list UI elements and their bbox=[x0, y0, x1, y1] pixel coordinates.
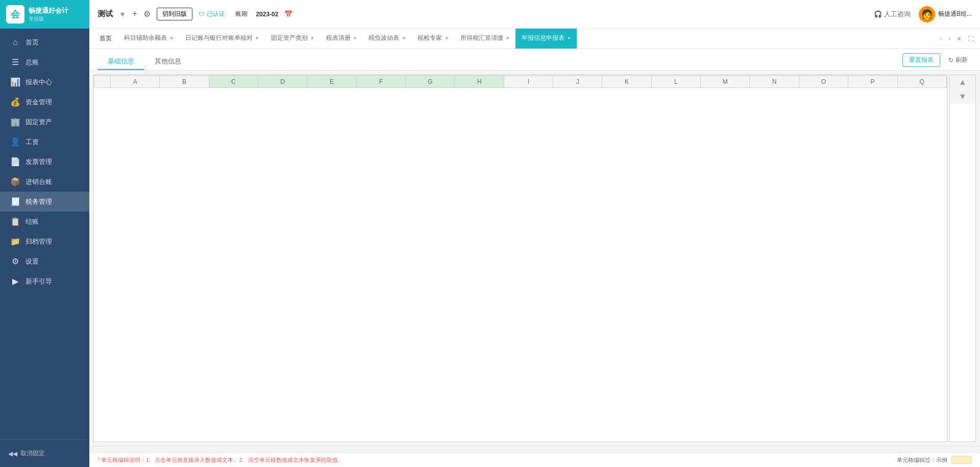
logo-icon: 会 bbox=[6, 5, 24, 24]
settings-icon[interactable]: ⚙ bbox=[143, 9, 151, 19]
archive-icon: 📁 bbox=[10, 237, 20, 246]
user-name: 畅捷通B组... bbox=[938, 10, 972, 18]
col-header-N: N bbox=[750, 76, 799, 88]
sidebar-item-home[interactable]: ⌂首页 bbox=[0, 33, 89, 52]
page-content: 基础信息其他信息 重置报表 ↻ 刷新 ABCDEFGHIJKLMNOPQ bbox=[89, 49, 980, 467]
add-tab-button[interactable]: + bbox=[132, 9, 138, 19]
col-header-O: O bbox=[799, 76, 848, 88]
col-header-G: G bbox=[406, 76, 455, 88]
year-nav-up[interactable]: ▲ bbox=[950, 75, 975, 89]
payroll-icon: 👤 bbox=[10, 137, 20, 147]
headset-icon: 🎧 bbox=[874, 10, 882, 18]
spreadsheet-footer: * 单元格编辑说明：1、点击单元格直接录入数值或文本。2、清空单元格数值或文本恢… bbox=[89, 452, 980, 467]
tab-nav-prev[interactable]: ‹ bbox=[938, 35, 944, 42]
footer-right: 单元格编辑过：示例 bbox=[897, 456, 972, 464]
logo-text: 畅捷通好会计 专业版 bbox=[29, 6, 68, 22]
verified-badge: 🛡 已认证 bbox=[199, 10, 225, 18]
tab-bar: 首页 科目辅助余额表×日记账与银行对账单核对×固定资产类别×税表清册×税负波动表… bbox=[89, 29, 980, 49]
sidebar-nav: ⌂首页☰总账📊报表中心💰资金管理🏢固定资产👤工资📄发票管理📦进销台账🧾税务管理📋… bbox=[0, 29, 89, 439]
invoice-icon: 📄 bbox=[10, 157, 20, 167]
col-header-A: A bbox=[111, 76, 160, 88]
tab-close-tax-expert[interactable]: × bbox=[445, 35, 448, 41]
user-area[interactable]: 🧑 畅捷通B组... bbox=[919, 6, 972, 22]
sub-tab-other[interactable]: 其他信息 bbox=[144, 54, 191, 70]
tab-close-tax-return[interactable]: × bbox=[354, 35, 357, 41]
settings-icon: ⚙ bbox=[10, 256, 20, 266]
tab-tax-return[interactable]: 税表清册× bbox=[320, 29, 363, 49]
col-header-M: M bbox=[701, 76, 750, 88]
refresh-button[interactable]: ↻ 刷新 bbox=[944, 54, 972, 66]
calendar-icon[interactable]: 📅 bbox=[284, 10, 292, 18]
sub-tab-actions: 重置报表 ↻ 刷新 bbox=[902, 53, 972, 70]
tab-close-tax-wave[interactable]: × bbox=[402, 35, 405, 41]
year-sidebar: ▲ ▼ bbox=[949, 75, 976, 442]
top-bar: 测试 ▼ + ⚙ 切到旧版 🛡 已认证 账期 2023-02 📅 🎧 人工咨询 … bbox=[89, 0, 980, 29]
col-header-C: C bbox=[209, 76, 258, 88]
sub-tabs: 基础信息其他信息 重置报表 ↻ 刷新 bbox=[89, 49, 980, 71]
sidebar-item-general-ledger[interactable]: ☰总账 bbox=[0, 52, 89, 72]
example-label: 单元格编辑过：示例 bbox=[897, 456, 947, 464]
col-header- bbox=[94, 76, 111, 88]
sidebar-item-reports[interactable]: 📊报表中心 bbox=[0, 72, 89, 92]
sidebar-item-settings[interactable]: ⚙设置 bbox=[0, 251, 89, 271]
cancel-fixed-button[interactable]: ◀◀ 取消固定 bbox=[0, 445, 89, 462]
col-header-B: B bbox=[160, 76, 209, 88]
pin-icon: ◀◀ bbox=[8, 450, 17, 457]
col-header-E: E bbox=[307, 76, 356, 88]
fixed-assets-icon: 🏢 bbox=[10, 117, 20, 127]
tab-nav-next[interactable]: › bbox=[946, 35, 952, 42]
sidebar-item-funds[interactable]: 💰资金管理 bbox=[0, 92, 89, 112]
sidebar-bottom: ◀◀ 取消固定 bbox=[0, 439, 89, 467]
tab-expand[interactable]: ⛶ bbox=[966, 35, 976, 42]
year-nav-down[interactable]: ▼ bbox=[950, 89, 975, 104]
tab-aux-balance[interactable]: 科目辅助余额表× bbox=[118, 29, 179, 49]
tab-close-fixed-asset-type[interactable]: × bbox=[311, 35, 314, 41]
funds-icon: 💰 bbox=[10, 97, 20, 107]
tax-icon: 🧾 bbox=[10, 197, 20, 206]
sub-tab-basic[interactable]: 基础信息 bbox=[97, 54, 144, 70]
module-dropdown-icon[interactable]: ▼ bbox=[119, 10, 126, 18]
col-header-P: P bbox=[848, 76, 897, 88]
tab-tax-expert[interactable]: 税检专家× bbox=[411, 29, 454, 49]
col-header-row: ABCDEFGHIJKLMNOPQ bbox=[94, 76, 947, 88]
refresh-icon: ↻ bbox=[948, 57, 953, 64]
consult-button[interactable]: 🎧 人工咨询 bbox=[874, 10, 911, 19]
tab-close-annual-report[interactable]: × bbox=[568, 35, 571, 41]
col-header-H: H bbox=[455, 76, 504, 88]
spreadsheet-container[interactable]: ABCDEFGHIJKLMNOPQ bbox=[93, 75, 947, 442]
sidebar-item-purchase-sales[interactable]: 📦进销台账 bbox=[0, 172, 89, 192]
sidebar-item-archive[interactable]: 📁归档管理 bbox=[0, 231, 89, 251]
col-header-K: K bbox=[602, 76, 651, 88]
tab-annual-report[interactable]: 年报信息申报表× bbox=[516, 29, 577, 49]
reset-report-button[interactable]: 重置报表 bbox=[902, 53, 940, 67]
tab-close-aux-balance[interactable]: × bbox=[170, 35, 173, 41]
user-avatar: 🧑 bbox=[919, 6, 935, 22]
tab-home[interactable]: 首页 bbox=[93, 34, 118, 43]
col-header-J: J bbox=[553, 76, 602, 88]
col-header-L: L bbox=[651, 76, 700, 88]
tab-close-journal-bank[interactable]: × bbox=[256, 35, 259, 41]
reports-icon: 📊 bbox=[10, 77, 20, 87]
home-icon: ⌂ bbox=[10, 38, 20, 47]
sidebar-item-invoice[interactable]: 📄发票管理 bbox=[0, 152, 89, 172]
purchase-sales-icon: 📦 bbox=[10, 177, 20, 186]
spreadsheet-wrapper: ABCDEFGHIJKLMNOPQ ▲ ▼ bbox=[89, 71, 980, 446]
tab-journal-bank[interactable]: 日记账与银行对账单核对× bbox=[179, 29, 265, 49]
example-cell bbox=[951, 456, 972, 464]
sidebar-item-payroll[interactable]: 👤工资 bbox=[0, 132, 89, 152]
tab-income-tax[interactable]: 所得税汇算清缴× bbox=[454, 29, 516, 49]
sidebar-item-guide[interactable]: ▶新手引导 bbox=[0, 271, 89, 291]
sub-tab-list: 基础信息其他信息 bbox=[97, 54, 191, 70]
sidebar-item-tax[interactable]: 🧾税务管理 bbox=[0, 192, 89, 212]
tab-close-current[interactable]: ✕ bbox=[954, 35, 964, 42]
col-header-D: D bbox=[258, 76, 307, 88]
sidebar: 会 畅捷通好会计 专业版 ⌂首页☰总账📊报表中心💰资金管理🏢固定资产👤工资📄发票… bbox=[0, 0, 89, 467]
sidebar-item-close[interactable]: 📋结账 bbox=[0, 212, 89, 231]
main-content: 测试 ▼ + ⚙ 切到旧版 🛡 已认证 账期 2023-02 📅 🎧 人工咨询 … bbox=[89, 0, 980, 467]
tab-close-income-tax[interactable]: × bbox=[506, 35, 509, 41]
sidebar-item-fixed-assets[interactable]: 🏢固定资产 bbox=[0, 112, 89, 132]
switch-old-version-button[interactable]: 切到旧版 bbox=[157, 8, 192, 20]
col-header-I: I bbox=[504, 76, 553, 88]
tab-fixed-asset-type[interactable]: 固定资产类别× bbox=[265, 29, 320, 49]
tab-tax-wave[interactable]: 税负波动表× bbox=[362, 29, 411, 49]
